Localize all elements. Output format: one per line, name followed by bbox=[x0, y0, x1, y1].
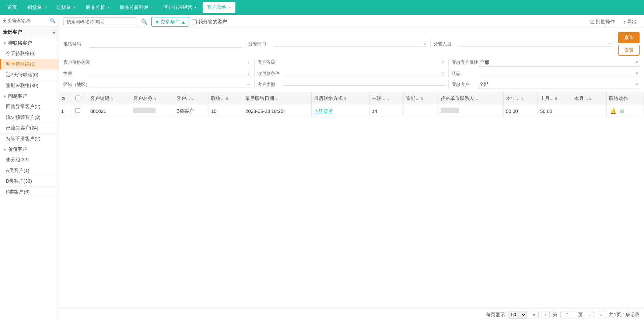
sidebar-item-class-c[interactable]: C类客户(6) bbox=[0, 187, 59, 197]
close-analysis-icon[interactable]: × bbox=[107, 5, 109, 10]
contact-action-icon[interactable]: 🔔 bbox=[609, 108, 617, 114]
status-field: 状态 ∨ bbox=[452, 70, 640, 77]
code-sort-icon: ⇅ bbox=[110, 97, 113, 101]
col-this-month[interactable]: 本月...⇅ bbox=[572, 92, 606, 105]
top-nav: 首页 销货单 × 进货单 × 商品分析 × 商品分析列表 × 客户分层经营 × … bbox=[0, 0, 644, 15]
manager-more-icon: ··· bbox=[608, 42, 611, 46]
setup-button[interactable]: 设置 bbox=[618, 45, 640, 56]
nav-analysis[interactable]: 商品分析 × bbox=[81, 2, 114, 13]
col-unit-contact[interactable]: 往来单位联系人⇅ bbox=[438, 92, 504, 105]
page-size-select[interactable]: 50 100 200 bbox=[508, 311, 527, 319]
retail-attr-field: 零散客户属性 全部 ∨ bbox=[452, 58, 640, 67]
phone-input[interactable] bbox=[89, 41, 242, 48]
last-method-link[interactable]: 下销货单 bbox=[314, 108, 333, 114]
col-this-year[interactable]: 本年...⇅ bbox=[504, 92, 538, 105]
last-page-btn[interactable]: » bbox=[597, 311, 606, 318]
sidebar-collapse-icon[interactable]: « bbox=[53, 30, 56, 35]
name-sort-icon: ⇅ bbox=[153, 97, 156, 101]
sidebar-item-unclassified[interactable]: 未分组(32) bbox=[0, 155, 59, 165]
filter-icon: ▼ bbox=[155, 19, 160, 25]
my-customers-checkbox[interactable] bbox=[192, 20, 197, 24]
payment-select[interactable]: ∨ bbox=[283, 70, 445, 76]
more-conditions-btn[interactable]: ▼ 更多条件 ▲ bbox=[151, 17, 189, 27]
nature-field: 性质 ∨ bbox=[63, 70, 251, 77]
region-select[interactable]: ··· bbox=[90, 82, 251, 87]
close-sales-icon[interactable]: × bbox=[44, 5, 46, 10]
customer-level-select[interactable]: ∨ bbox=[283, 59, 445, 65]
nav-home[interactable]: 首页 bbox=[3, 2, 21, 13]
price-level-select[interactable]: ∨ bbox=[90, 59, 251, 65]
nav-analysis-table[interactable]: 商品分析列表 × bbox=[115, 2, 157, 13]
col-overdue[interactable]: 逾期...⇅ bbox=[404, 92, 438, 105]
customers-table: ⚙ 客户编码⇅ 客户名称⇅ 客户...⇅ 联络...⇅ 最后联络日期⇅ 最后联络… bbox=[59, 92, 644, 117]
col-last-method[interactable]: 最后联络方式⇅ bbox=[312, 92, 370, 105]
close-analysis-table-icon[interactable]: × bbox=[151, 5, 153, 10]
nav-customer-contact[interactable]: 客户联络 × bbox=[203, 2, 235, 13]
first-page-btn[interactable]: « bbox=[530, 311, 539, 318]
unit-contact-blur bbox=[441, 108, 459, 113]
retail-attr-select[interactable]: 全部 ∨ bbox=[478, 58, 640, 67]
sidebar-item-class-b[interactable]: B类客户(33) bbox=[0, 176, 59, 187]
nav-sales[interactable]: 销货单 × bbox=[23, 2, 50, 13]
table-footer: 每页显示 50 100 200 « ‹ 第 页 › » 共1页 1条记录 bbox=[59, 308, 644, 321]
my-customers-checkbox-label[interactable]: 我分管的客户 bbox=[192, 18, 227, 25]
search-icon[interactable]: 🔍 bbox=[140, 19, 148, 25]
sidebar-item-class-a[interactable]: A类客户(1) bbox=[0, 165, 59, 176]
region-more-icon: ··· bbox=[247, 82, 250, 86]
page-number-input[interactable] bbox=[560, 311, 575, 318]
col-checkbox bbox=[73, 92, 88, 105]
this-month-sort-icon: ⇅ bbox=[589, 97, 592, 101]
cell-not-contacted: 14 bbox=[370, 105, 404, 117]
sidebar-item-repurchase[interactable]: 回购异常客户(2) bbox=[0, 101, 59, 112]
close-segment-icon[interactable]: × bbox=[195, 5, 197, 10]
prev-page-btn[interactable]: ‹ bbox=[542, 311, 550, 318]
sidebar-item-today[interactable]: 今天待联络(0) bbox=[0, 48, 59, 59]
nature-select[interactable]: ∨ bbox=[89, 70, 251, 76]
col-contacts[interactable]: 联络...⇅ bbox=[209, 92, 243, 105]
search-input[interactable] bbox=[63, 17, 137, 26]
col-not-contacted[interactable]: 未联...⇅ bbox=[370, 92, 404, 105]
table-row: 1 000021 B类客户 15 2023-05-23 18:25: 下销货单 … bbox=[59, 105, 644, 117]
dept-select[interactable]: ∨ bbox=[274, 41, 427, 47]
type-sort-icon: ⇅ bbox=[191, 97, 194, 101]
cell-row-actions: 🔔 ⊞ bbox=[606, 105, 644, 117]
sidebar-item-declining[interactable]: 持续下滑客户(2) bbox=[0, 134, 59, 144]
close-contact-icon[interactable]: × bbox=[228, 5, 231, 10]
manager-select[interactable]: ··· bbox=[459, 41, 612, 47]
sidebar-search-icon[interactable]: 🔍 bbox=[50, 18, 56, 23]
sidebar-item-lost[interactable]: 流失预警客户(3) bbox=[0, 112, 59, 123]
nav-customer-segment[interactable]: 客户分层经营 × bbox=[159, 2, 201, 13]
cell-type: B类客户 bbox=[174, 105, 209, 117]
col-name[interactable]: 客户名称⇅ bbox=[131, 92, 174, 105]
col-code[interactable]: 客户编码⇅ bbox=[88, 92, 131, 105]
query-button[interactable]: 查询 bbox=[618, 32, 640, 43]
row-checkbox[interactable] bbox=[76, 108, 80, 113]
sidebar-item-tomorrow[interactable]: 明天待联络(1) bbox=[0, 59, 59, 70]
cell-code: 000021 bbox=[88, 105, 131, 117]
batch-op-btn[interactable]: ☑ 批量操作 bbox=[587, 17, 618, 26]
sidebar-item-overdue[interactable]: 逾期未联络(30) bbox=[0, 80, 59, 91]
export-btn[interactable]: ↑ 导出 bbox=[621, 17, 640, 26]
col-settings[interactable]: ⚙ bbox=[59, 92, 73, 105]
customer-type-select[interactable] bbox=[283, 84, 445, 86]
nav-purchase[interactable]: 进货单 × bbox=[52, 2, 80, 13]
col-type[interactable]: 客户...⇅ bbox=[174, 92, 209, 105]
next-page-btn[interactable]: › bbox=[586, 311, 594, 318]
region-field: 区域（地区） ··· bbox=[63, 82, 251, 88]
col-last-month[interactable]: 上月...⇅ bbox=[538, 92, 572, 105]
cell-last-date: 2023-05-23 18:25: bbox=[243, 105, 312, 117]
status-select[interactable]: ∨ bbox=[477, 70, 640, 76]
col-last-date[interactable]: 最后联络日期⇅ bbox=[243, 92, 312, 105]
all-customers-header[interactable]: 全部客户 « bbox=[0, 27, 59, 38]
more-action-icon[interactable]: ⊞ bbox=[619, 108, 625, 114]
sidebar-item-churned[interactable]: 已流失客户(24) bbox=[0, 123, 59, 134]
cell-last-method: 下销货单 bbox=[312, 105, 370, 117]
cell-name bbox=[131, 105, 174, 117]
select-all-checkbox[interactable] bbox=[76, 96, 80, 100]
retail-customer-select[interactable]: 全部 ∨ bbox=[477, 80, 640, 89]
sidebar-item-week[interactable]: 近7天待联络(0) bbox=[0, 70, 59, 80]
sidebar-search-input[interactable] bbox=[3, 18, 50, 23]
close-purchase-icon[interactable]: × bbox=[73, 5, 75, 10]
chevron-up-icon: ▲ bbox=[181, 19, 186, 25]
cell-contacts: 15 bbox=[209, 105, 243, 117]
